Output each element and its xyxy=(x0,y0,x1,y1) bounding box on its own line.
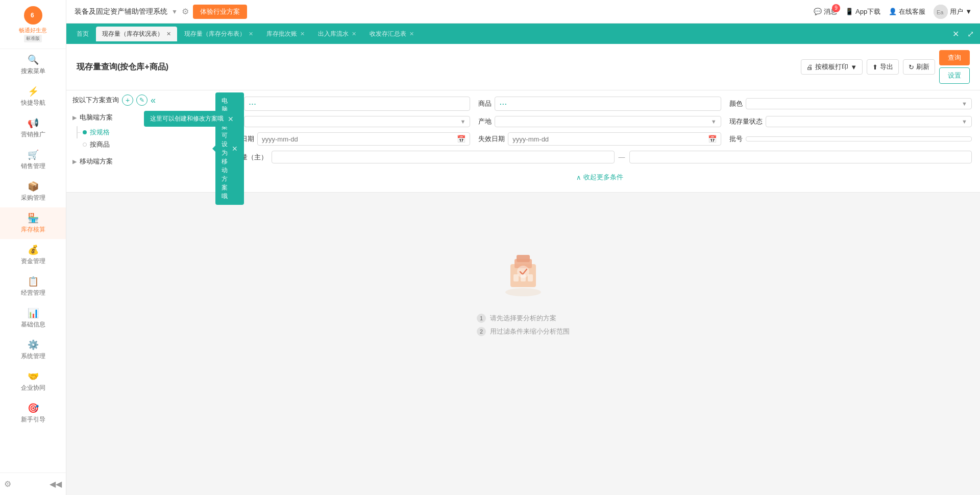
sidebar-item-search[interactable]: 🔍 搜索菜单 xyxy=(0,49,66,81)
warehouse-dots: ··· xyxy=(249,99,256,108)
tab-collect-summary[interactable]: 收发存汇总表 ✕ xyxy=(363,27,420,41)
origin-label: 产地 xyxy=(478,117,492,126)
prod-date-field[interactable] xyxy=(262,135,455,143)
sidebar-item-marketing[interactable]: 📢 营销推广 xyxy=(0,112,66,144)
system-dropdown-icon[interactable]: ▼ xyxy=(172,8,178,15)
collapse-btn[interactable]: ∧ 收起更多条件 xyxy=(228,169,972,186)
tree-branch xyxy=(77,132,81,133)
expiry-date-field[interactable] xyxy=(512,135,705,143)
sidebar-item-finance[interactable]: 💰 资金管理 xyxy=(0,239,66,271)
notice-btn[interactable]: 💬 消息 9 xyxy=(814,7,837,16)
size-arrow: ▼ xyxy=(460,119,465,125)
scheme-item-guige-label[interactable]: 按规格 xyxy=(90,128,110,137)
scheme-item-goods[interactable]: 按商品 xyxy=(83,138,213,151)
expiry-date-cal-icon[interactable]: 📅 xyxy=(708,135,717,143)
filter-row-1: 仓库 ··· 商品 ··· 颜色 xyxy=(228,97,972,111)
system-name: 装备及固定资产辅助管理系统 xyxy=(75,7,167,16)
desktop-scheme-label[interactable]: 电脑端方案 xyxy=(80,113,113,122)
set-button[interactable]: 设置 xyxy=(939,67,970,84)
empty-tip-1: 1 请先选择要分析的方案 xyxy=(477,314,570,323)
tab-close-in-out-flow[interactable]: ✕ xyxy=(352,31,356,37)
sidebar-item-guide[interactable]: 🎯 新手引导 xyxy=(0,397,66,429)
print-template-label: 按模板打印 xyxy=(815,62,848,72)
edit-scheme-btn[interactable]: ✎ xyxy=(136,95,148,106)
header-left: 装备及固定资产辅助管理系统 ▼ ⚙ 体验行业方案 xyxy=(75,5,247,19)
tab-inventory-batch[interactable]: 库存批次账 ✕ xyxy=(260,27,311,41)
sidebar-item-system[interactable]: ⚙️ 系统管理 xyxy=(0,334,66,366)
scheme-item-goods-label[interactable]: 按商品 xyxy=(90,140,110,149)
tab-close-inventory-dist[interactable]: ✕ xyxy=(249,31,253,37)
tab-bar-actions: ✕ ⤢ xyxy=(950,28,976,40)
batch-input[interactable] xyxy=(746,136,972,142)
tooltip2-close[interactable]: ✕ xyxy=(228,115,234,123)
sidebar-item-sales[interactable]: 🛒 销售管理 xyxy=(0,144,66,176)
top-header: 装备及固定资产辅助管理系统 ▼ ⚙ 体验行业方案 💬 消息 9 📱 App下载 … xyxy=(66,0,980,23)
refresh-btn[interactable]: ↻ 刷新 xyxy=(903,59,935,75)
trial-button[interactable]: 体验行业方案 xyxy=(193,5,247,19)
add-scheme-btn[interactable]: + xyxy=(122,95,133,106)
tab-close-collect-summary[interactable]: ✕ xyxy=(409,31,414,37)
stock-main-from-field[interactable] xyxy=(276,153,610,161)
tab-close-inventory-status[interactable]: ✕ xyxy=(166,31,171,37)
stock-status-select[interactable]: ▼ xyxy=(766,116,972,127)
tab-home-label: 首页 xyxy=(77,30,89,38)
sidebar-item-operations[interactable]: 📋 经营管理 xyxy=(0,271,66,302)
finance-icon: 💰 xyxy=(28,244,39,255)
tab-inventory-dist[interactable]: 现存量（库存分布表） ✕ xyxy=(178,27,259,41)
tab-close-inventory-batch[interactable]: ✕ xyxy=(300,31,305,37)
sidebar-item-base-info[interactable]: 📊 基础信息 xyxy=(0,302,66,334)
marketing-icon: 📢 xyxy=(28,117,39,129)
scheme-expand-arrow[interactable]: ▶ xyxy=(72,114,77,121)
stock-main-to-field[interactable] xyxy=(634,153,968,161)
batch-label: 批号 xyxy=(729,134,743,144)
field-product: 商品 ··· xyxy=(478,97,721,111)
sidebar: 6 畅通好生意 标准版 🔍 搜索菜单 ⚡ 快捷导航 📢 营销推广 🛒 销售管理 … xyxy=(0,0,66,495)
export-btn[interactable]: ⬆ 导出 xyxy=(867,59,899,75)
tip-num-2: 2 xyxy=(477,327,486,336)
service-icon: 👤 xyxy=(889,8,897,15)
user-btn[interactable]: Ea 用户 ▼ xyxy=(934,5,972,19)
prod-date-input[interactable]: 📅 xyxy=(257,132,470,146)
expiry-date-label: 失效日期 xyxy=(478,134,505,144)
sidebar-item-enterprise[interactable]: 🤝 企业协同 xyxy=(0,366,66,397)
tooltip2: .tt2::before { content:'';position:absol… xyxy=(144,111,240,127)
tooltip1-close[interactable]: ✕ xyxy=(232,145,238,153)
tab-expand-icon[interactable]: ⤢ xyxy=(965,28,976,40)
app-download-btn[interactable]: 📱 App下载 xyxy=(845,7,880,16)
tab-home[interactable]: 首页 xyxy=(70,27,95,41)
sidebar-label-base-info: 基础信息 xyxy=(21,320,45,329)
query-panel: 仓库 ··· 商品 ··· 颜色 xyxy=(219,90,980,192)
refresh-label: 刷新 xyxy=(916,62,929,72)
mobile-expand-arrow[interactable]: ▶ xyxy=(72,158,77,165)
collapse-sidebar-icon[interactable]: ◀◀ xyxy=(50,479,62,489)
color-select[interactable]: ▼ xyxy=(746,98,972,109)
prod-date-cal-icon[interactable]: 📅 xyxy=(457,135,465,143)
online-service-btn[interactable]: 👤 在线客服 xyxy=(889,7,925,16)
warehouse-input[interactable]: ··· xyxy=(244,97,470,111)
tab-close-all-icon[interactable]: ✕ xyxy=(950,28,961,40)
scheme-arrow-left[interactable]: « xyxy=(151,95,156,106)
field-prod-date: 生产日期 📅 xyxy=(228,132,470,146)
sidebar-item-purchase[interactable]: 📦 采购管理 xyxy=(0,176,66,207)
print-template-btn[interactable]: 🖨 按模板打印 ▼ xyxy=(801,59,863,75)
stock-range-sep: — xyxy=(619,153,625,161)
query-button[interactable]: 查询 xyxy=(939,50,970,65)
tab-in-out-flow[interactable]: 出入库流水 ✕ xyxy=(312,27,362,41)
sidebar-item-inventory[interactable]: 🏪 库存核算 xyxy=(0,207,66,239)
svg-rect-11 xyxy=(528,274,533,281)
tooltip2-area: ▶ 电脑端方案 .tt2::before { content:'';positi… xyxy=(72,111,213,124)
product-input[interactable]: ··· xyxy=(495,97,721,111)
sidebar-item-quick-nav[interactable]: ⚡ 快捷导航 xyxy=(0,81,66,112)
phone-icon: 📱 xyxy=(845,8,853,15)
origin-select[interactable]: ▼ xyxy=(495,116,721,127)
header-settings-icon[interactable]: ⚙ xyxy=(182,7,189,16)
tab-inventory-status[interactable]: 现存量（库存状况表） ✕ xyxy=(96,27,177,41)
size-select[interactable]: ▼ xyxy=(244,116,470,127)
expiry-date-input[interactable]: 📅 xyxy=(508,132,721,146)
mobile-scheme-label[interactable]: 移动端方案 xyxy=(80,157,113,166)
settings-bottom-icon[interactable]: ⚙ xyxy=(4,479,11,489)
tooltip2-container: .tt2::before { content:'';position:absol… xyxy=(144,111,240,127)
stock-main-from[interactable] xyxy=(272,151,615,163)
tab-collect-summary-label: 收发存汇总表 xyxy=(370,30,406,38)
stock-main-to[interactable] xyxy=(629,151,972,163)
